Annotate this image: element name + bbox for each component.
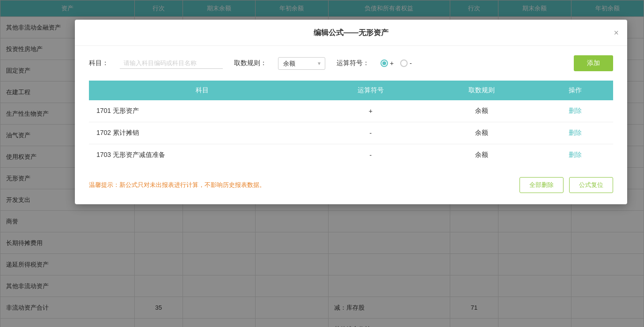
modal-footer: 温馨提示：新公式只对未出报表进行计算，不影响历史报表数据。 全部删除 公式复位 (75, 170, 627, 193)
subject-label: 科目： (89, 59, 109, 67)
modal-title: 编辑公式——无形资产 (314, 28, 388, 38)
operator-radio-group: + - (381, 59, 412, 67)
rule-select-container: 余额 借方 贷方 借方发生额 贷方发生额 ▼ (278, 57, 325, 70)
formula-action: 删除 (537, 122, 613, 144)
table-row: 1701 无形资产+余额删除 (89, 100, 613, 122)
radio-minus[interactable]: - (400, 59, 412, 67)
delete-row-button[interactable]: 删除 (569, 151, 582, 158)
radio-minus-label: - (410, 59, 412, 67)
edit-formula-modal: 编辑公式——无形资产 × 科目： 取数规则： 余额 借方 贷方 借方发生额 贷方… (75, 20, 627, 204)
formula-action: 删除 (537, 144, 613, 166)
table-header-subject: 科目 (89, 81, 315, 100)
formula-subject: 1701 无形资产 (89, 100, 315, 122)
add-button[interactable]: 添加 (574, 55, 613, 71)
rule-label: 取数规则： (234, 59, 267, 67)
footer-hint: 温馨提示：新公式只对未出报表进行计算，不影响历史报表数据。 (89, 181, 265, 189)
formula-rule: 余额 (426, 144, 537, 166)
formula-table-wrap: 科目 运算符号 取数规则 操作 1701 无形资产+余额删除1702 累计摊销-… (89, 81, 613, 166)
delete-all-button[interactable]: 全部删除 (520, 177, 564, 193)
formula-operator: - (315, 122, 426, 144)
radio-plus-label: + (390, 59, 394, 67)
close-button[interactable]: × (614, 29, 619, 37)
formula-rule: 余额 (426, 100, 537, 122)
formula-operator: + (315, 100, 426, 122)
table-header-rule: 取数规则 (426, 81, 537, 100)
table-header-operator: 运算符号 (315, 81, 426, 100)
footer-buttons: 全部删除 公式复位 (520, 177, 613, 193)
table-row: 1702 累计摊销-余额删除 (89, 122, 613, 144)
formula-rule: 余额 (426, 122, 537, 144)
formula-subject: 1702 累计摊销 (89, 122, 315, 144)
radio-minus-circle (400, 59, 408, 67)
table-header-action: 操作 (537, 81, 613, 100)
delete-row-button[interactable]: 删除 (569, 107, 582, 114)
formula-table: 科目 运算符号 取数规则 操作 1701 无形资产+余额删除1702 累计摊销-… (89, 81, 613, 166)
modal-header: 编辑公式——无形资产 × (75, 20, 627, 46)
reset-formula-button[interactable]: 公式复位 (569, 177, 613, 193)
rule-select[interactable]: 余额 借方 贷方 借方发生额 贷方发生额 (278, 57, 325, 70)
form-row: 科目： 取数规则： 余额 借方 贷方 借方发生额 贷方发生额 ▼ 运算符号： +… (75, 46, 627, 81)
delete-row-button[interactable]: 删除 (569, 129, 582, 136)
formula-action: 删除 (537, 100, 613, 122)
formula-subject: 1703 无形资产减值准备 (89, 144, 315, 166)
radio-plus[interactable]: + (381, 59, 394, 67)
operator-label: 运算符号： (337, 59, 369, 67)
subject-input[interactable] (120, 58, 223, 69)
radio-plus-circle (381, 59, 388, 67)
formula-operator: - (315, 144, 426, 166)
table-row: 1703 无形资产减值准备-余额删除 (89, 144, 613, 166)
